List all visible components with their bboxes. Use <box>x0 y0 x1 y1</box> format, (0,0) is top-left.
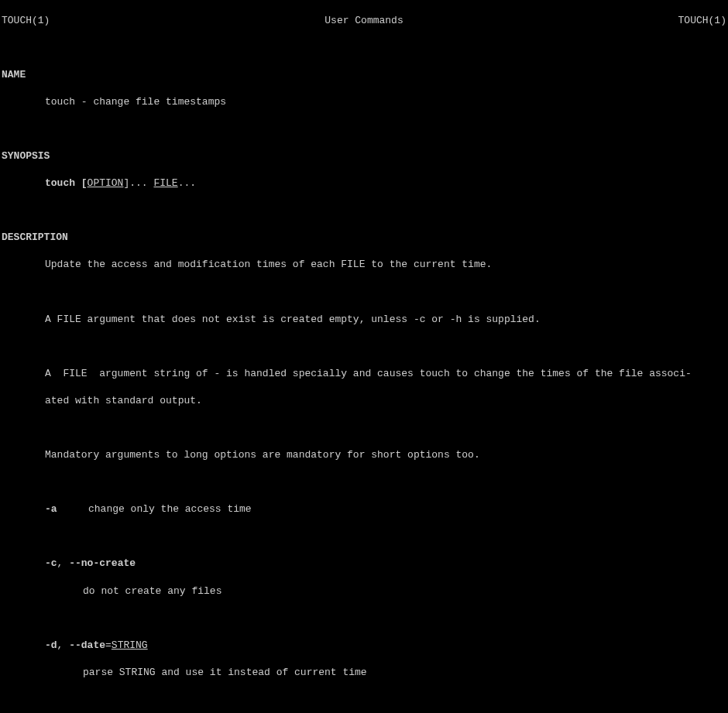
desc-line-1: Update the access and modification times… <box>2 258 726 272</box>
synopsis-file: FILE <box>153 177 177 189</box>
option-a-desc: change only the access time <box>88 503 252 515</box>
synopsis-option: OPTION <box>88 177 124 189</box>
option-d-arg: STRING <box>112 639 148 651</box>
header-center: User Commands <box>325 14 403 28</box>
man-page: TOUCH(1)User CommandsTOUCH(1) NAME touch… <box>0 0 728 713</box>
option-a-flag: -a <box>45 502 88 516</box>
section-description-title: DESCRIPTION <box>2 231 726 245</box>
header-left: TOUCH(1) <box>2 14 50 28</box>
synopsis-prefix: touch [ <box>45 177 88 189</box>
name-body: touch - change file timestamps <box>2 95 726 109</box>
desc-line-2: A FILE argument that does not exist is c… <box>2 313 726 327</box>
option-c-sep: , <box>57 557 70 569</box>
option-d-sep: , <box>57 639 70 651</box>
synopsis-body: touch [OPTION]... FILE... <box>2 177 726 190</box>
option-d-flag1: -d <box>45 639 57 651</box>
option-c-flag2: --no-create <box>69 557 136 569</box>
synopsis-mid: ]... <box>123 177 153 189</box>
option-c-desc: do not create any files <box>2 584 726 598</box>
header-right: TOUCH(1) <box>678 14 726 28</box>
man-header: TOUCH(1)User CommandsTOUCH(1) <box>2 14 726 28</box>
option-d-eq: = <box>105 639 112 651</box>
option-c: -c, --no-create <box>2 557 726 571</box>
desc-line-3a: A FILE argument string of - is handled s… <box>2 367 726 381</box>
section-synopsis-title: SYNOPSIS <box>2 149 726 163</box>
desc-line-3b: ated with standard output. <box>2 394 726 408</box>
desc-line-4: Mandatory arguments to long options are … <box>2 448 726 462</box>
option-d-desc: parse STRING and use it instead of curre… <box>2 666 726 680</box>
section-name-title: NAME <box>2 68 726 82</box>
option-d: -d, --date=STRING <box>2 639 726 653</box>
option-d-flag2: --date <box>69 639 105 651</box>
option-c-flag1: -c <box>45 557 57 569</box>
synopsis-suffix: ... <box>178 177 196 189</box>
option-a: -achange only the access time <box>2 502 726 516</box>
